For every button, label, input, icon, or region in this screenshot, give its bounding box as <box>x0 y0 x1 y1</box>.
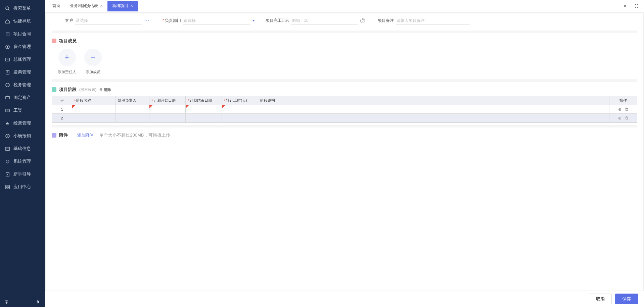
salary-icon <box>5 108 10 113</box>
stages-icon <box>52 87 56 92</box>
chevron-down-icon[interactable] <box>252 20 255 21</box>
invoice-icon <box>5 69 10 75</box>
svg-rect-6 <box>5 96 9 99</box>
header-end-date: *计划结束日期 <box>186 96 222 105</box>
table-row[interactable]: 1 <box>52 105 609 114</box>
footer-actions: 取消 保存 <box>45 291 644 307</box>
svg-point-20 <box>61 100 62 101</box>
header-desc: 阶段说明 <box>258 96 609 105</box>
section-title: 附件 <box>59 132 68 138</box>
sidebar-item-salary[interactable]: 工资 <box>0 104 45 117</box>
settings-icon[interactable] <box>4 299 9 304</box>
sidebar-item-label: 系统管理 <box>13 158 31 164</box>
svg-rect-17 <box>8 187 9 189</box>
svg-point-12 <box>7 161 8 162</box>
gear-icon <box>60 99 64 103</box>
clear-stages-button[interactable]: 清除 <box>99 87 111 92</box>
sidebar-item-label: 总账管理 <box>13 56 31 62</box>
sidebar-item-expense[interactable]: 小畅报销 <box>0 130 45 142</box>
apps-icon <box>5 184 10 190</box>
delete-row-icon[interactable] <box>625 107 629 111</box>
svg-rect-7 <box>5 109 9 112</box>
department-select[interactable] <box>183 17 250 24</box>
section-title: 项目阶段 <box>59 87 77 93</box>
search-icon <box>5 6 10 11</box>
label-customer: 客户 <box>65 18 73 23</box>
sidebar-item-tax[interactable]: 税务管理 <box>0 79 45 91</box>
required-flag-icon <box>72 105 76 108</box>
remark-input[interactable] <box>396 17 470 24</box>
add-attachment-button[interactable]: + 添加附件 <box>74 133 93 138</box>
label-remark: 项目备注 <box>378 18 394 23</box>
close-icon[interactable]: ✕ <box>100 4 103 8</box>
fullscreen-icon[interactable] <box>633 2 641 10</box>
sidebar-item-label: 资金管理 <box>13 44 31 50</box>
close-panel-icon[interactable]: ✕ <box>621 2 629 10</box>
sidebar-item-system[interactable]: 系统管理 <box>0 155 45 168</box>
sidebar-item-business[interactable]: 经营管理 <box>0 117 45 130</box>
section-title: 项目成员 <box>59 38 77 44</box>
stages-table: *阶段名称 阶段负责人 *计划开始日期 *计划结束日期 *预计工时(天) 阶段说… <box>52 96 637 123</box>
tab-new-project[interactable]: 新增项目 ✕ <box>107 1 138 11</box>
delete-row-icon[interactable] <box>625 116 629 120</box>
svg-point-11 <box>6 160 9 163</box>
main-area: 首页 业务利润预估表 ✕ 新增项目 ✕ ✕ 客户 <box>45 0 644 307</box>
section-stages: 项目阶段 (可不设置) 清除 *阶段名称 阶段负责 <box>52 79 637 123</box>
required-flag-icon <box>186 105 189 108</box>
sidebar-item-label: 固定资产 <box>13 95 31 101</box>
sidebar-item-label: 快捷导航 <box>13 18 31 24</box>
help-icon[interactable]: ? <box>360 18 365 23</box>
svg-rect-19 <box>37 300 38 303</box>
tab-profit-estimate[interactable]: 业务利润预估表 ✕ <box>65 1 107 11</box>
document-icon <box>5 31 10 37</box>
header-stage-name: *阶段名称 <box>72 96 116 105</box>
add-owner-button[interactable]: + 添加责任人 <box>58 49 76 74</box>
sidebar-item-funds[interactable]: 资金管理 <box>0 40 45 53</box>
section-members: 项目成员 + 添加责任人 + 添加成员 <box>52 31 637 77</box>
add-row-icon[interactable]: ⊕ <box>618 116 622 120</box>
content-panel: 客户 ··· *负责部门 项目完工比% ? 项目备注 <box>46 13 643 306</box>
required-flag-icon <box>149 105 153 108</box>
header-settings[interactable] <box>52 96 72 105</box>
close-icon[interactable]: ✕ <box>130 4 133 8</box>
svg-rect-15 <box>8 185 9 187</box>
collapse-icon[interactable] <box>36 299 41 304</box>
sidebar-item-contract[interactable]: 项目合同 <box>0 28 45 40</box>
header-start-date: *计划开始日期 <box>149 96 186 105</box>
label-completion: 项目完工比% <box>266 18 289 23</box>
cancel-button[interactable]: 取消 <box>589 294 612 304</box>
sidebar-item-search[interactable]: 搜索菜单 <box>0 2 45 15</box>
sidebar-item-label: 小畅报销 <box>13 133 31 139</box>
sidebar-item-ledger[interactable]: 总账管理 <box>0 53 45 66</box>
ledger-icon <box>5 57 10 62</box>
sidebar-item-guide[interactable]: 新手引导 <box>0 168 45 181</box>
svg-rect-14 <box>5 185 7 187</box>
completion-input[interactable] <box>291 17 358 24</box>
save-button[interactable]: 保存 <box>615 294 638 304</box>
svg-point-18 <box>6 301 7 303</box>
tab-home[interactable]: 首页 <box>48 1 65 11</box>
sidebar-item-quicknav[interactable]: 快捷导航 <box>0 15 45 28</box>
sidebar: 搜索菜单 快捷导航 项目合同 资金管理 <box>0 0 45 307</box>
customer-select[interactable] <box>75 17 142 24</box>
sidebar-item-invoice[interactable]: 发票管理 <box>0 66 45 79</box>
sidebar-item-assets[interactable]: 固定资产 <box>0 91 45 104</box>
header-ops: 操作 <box>609 96 637 105</box>
coins-icon <box>5 44 10 49</box>
members-icon <box>52 39 56 43</box>
table-row[interactable]: 2 <box>52 114 609 122</box>
gear-icon <box>5 159 10 164</box>
tax-icon <box>5 82 10 88</box>
expense-icon <box>5 133 10 139</box>
add-member-button[interactable]: + 添加成员 <box>84 49 102 74</box>
svg-rect-22 <box>626 117 628 119</box>
sidebar-item-basicinfo[interactable]: 基础信息 <box>0 142 45 155</box>
add-row-icon[interactable]: ⊕ <box>618 107 622 112</box>
tab-bar: 首页 业务利润预估表 ✕ 新增项目 ✕ ✕ <box>45 0 644 12</box>
assets-icon <box>5 95 10 100</box>
sidebar-item-appcenter[interactable]: 应用中心 <box>0 181 45 193</box>
sidebar-item-label: 基础信息 <box>13 146 31 152</box>
more-icon[interactable]: ··· <box>144 18 150 23</box>
sidebar-item-label: 经营管理 <box>13 120 31 126</box>
svg-point-0 <box>5 6 8 9</box>
